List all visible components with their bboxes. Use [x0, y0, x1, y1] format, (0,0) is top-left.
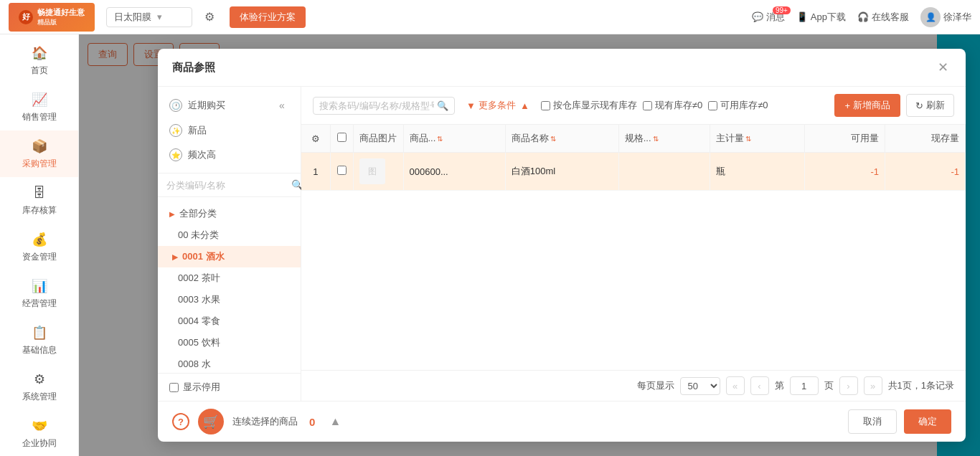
filter-icon: ▼	[466, 100, 476, 111]
nav-recent-purchase[interactable]: 🕐 近期购买 «	[158, 92, 301, 118]
pagination: 每页显示 50 100 200 « ‹ 第 页 › » 共1页，1条记	[301, 370, 966, 401]
col-spec[interactable]: 规格...⇅	[618, 125, 710, 153]
more-filter-button[interactable]: ▼ 更多条件 ▲	[461, 96, 535, 115]
sidebar-item-enterprise[interactable]: 🤝 企业协同	[0, 410, 78, 456]
category-search-input[interactable]	[166, 180, 287, 191]
dialog-footer: ? 🛒 连续选择的商品 0 ▲ 取消 确定	[158, 401, 966, 442]
next-page-button[interactable]: ›	[839, 376, 858, 395]
filter-up-icon: ▲	[520, 100, 529, 111]
user-profile[interactable]: 👤 徐泽华	[920, 7, 971, 27]
message-badge: 99+	[773, 6, 791, 14]
row-available: -1	[805, 153, 885, 191]
confirm-button[interactable]: 确定	[904, 409, 951, 434]
col-settings[interactable]: ⚙	[301, 125, 330, 153]
page-unit: 页	[824, 379, 834, 392]
refresh-icon: ↻	[915, 100, 923, 111]
sidebar-item-system[interactable]: ⚙ 系统管理	[0, 364, 78, 410]
row-checkbox[interactable]	[337, 166, 347, 175]
nav-high-frequency[interactable]: ⭐ 频次高	[158, 143, 301, 167]
sidebar-item-finance[interactable]: 💰 资金管理	[0, 224, 78, 270]
prev-page-button[interactable]: ‹	[750, 376, 769, 395]
add-icon: +	[844, 100, 850, 111]
category-search: 🔍	[158, 174, 301, 197]
available-stock-ne0-checkbox[interactable]	[708, 101, 717, 110]
chevron-down-icon: ▾	[157, 11, 162, 22]
warehouse-stock-checkbox[interactable]	[541, 101, 550, 110]
current-stock-ne0-checkbox[interactable]	[643, 101, 652, 110]
sidebar-item-inventory[interactable]: 🗄 库存核算	[0, 177, 78, 224]
navbar-right: 💬 消息 99+ 📱 App下载 🎧 在线客服 👤 徐泽华	[752, 7, 971, 27]
sidebar: 🏠 首页 📈 销售管理 📦 采购管理 🗄 库存核算 💰 资金管理 📊 经营管理 …	[0, 34, 79, 456]
inventory-icon: 🗄	[31, 184, 48, 201]
app-logo[interactable]: 好 畅捷通好生意 精品版	[9, 3, 95, 32]
col-product-image: 商品图片	[353, 125, 403, 153]
right-panel: 🔍 ▼ 更多条件 ▲ 按仓库显示现有库存	[301, 87, 966, 401]
product-search-input[interactable]	[319, 100, 434, 111]
tenant-dropdown[interactable]: 日太阳膜 ▾	[106, 7, 192, 27]
logo-text: 畅捷通好生意 精品版	[37, 7, 85, 27]
category-tea[interactable]: 0002 茶叶	[158, 267, 301, 289]
enterprise-icon: 🤝	[31, 417, 48, 434]
page-size-select[interactable]: 50 100 200	[680, 377, 720, 395]
refresh-button[interactable]: ↻ 刷新	[906, 94, 954, 117]
message-item[interactable]: 💬 消息 99+	[752, 11, 785, 24]
cart-symbol: 🛒	[203, 414, 219, 429]
sidebar-item-home[interactable]: 🏠 首页	[0, 37, 78, 84]
help-icon[interactable]: ?	[172, 413, 189, 430]
category-drinks[interactable]: 0005 饮料	[158, 332, 301, 353]
left-panel: 🕐 近期购买 « ✨ 新品 ⭐ 频次高	[158, 87, 301, 401]
row-index: 1	[301, 153, 330, 191]
category-water[interactable]: 0008 水	[158, 353, 301, 373]
category-all[interactable]: ▶ 全部分类	[158, 203, 301, 224]
logo-icon: 好	[19, 10, 33, 24]
category-uncategorized[interactable]: 00 未分类	[158, 224, 301, 246]
product-image-placeholder: 图	[359, 158, 385, 184]
toolbar-right: + 新增商品 ↻ 刷新	[834, 94, 954, 117]
operations-icon: 📊	[31, 277, 48, 295]
col-product-name[interactable]: 商品名称⇅	[505, 125, 618, 153]
experience-button[interactable]: 体验行业方案	[230, 6, 306, 28]
row-product-name: 白酒100ml	[505, 153, 618, 191]
col-stock: 现存量	[885, 125, 966, 153]
cancel-button[interactable]: 取消	[848, 409, 897, 434]
page-number-input[interactable]	[790, 376, 819, 395]
select-all-checkbox[interactable]	[337, 133, 347, 142]
dialog-title: 商品参照	[172, 61, 215, 75]
recent-purchase-icon: 🕐	[169, 99, 182, 112]
category-liquor[interactable]: ▶ 0001 酒水	[158, 246, 301, 267]
settings-icon[interactable]: ⚙	[198, 6, 221, 29]
sales-icon: 📈	[31, 91, 48, 108]
dialog-close-button[interactable]: ✕	[934, 59, 951, 76]
warehouse-stock-checkbox-wrap: 按仓库显示现有库存	[541, 99, 637, 112]
collapse-left-button[interactable]: «	[275, 98, 289, 113]
show-disabled-checkbox[interactable]	[169, 383, 179, 392]
purchase-icon: 📦	[31, 138, 48, 155]
cart-icon[interactable]: 🛒	[198, 409, 224, 434]
col-product-code[interactable]: 商品...⇅	[403, 125, 505, 153]
col-checkbox[interactable]	[330, 125, 353, 153]
product-search-icon[interactable]: 🔍	[437, 100, 448, 111]
navbar: 好 畅捷通好生意 精品版 日太阳膜 ▾ ⚙ 体验行业方案 💬 消息 99+ 📱 …	[0, 0, 980, 34]
category-fruit[interactable]: 0003 水果	[158, 289, 301, 310]
show-disabled-label[interactable]: 显示停用	[183, 381, 220, 394]
app-download-item[interactable]: 📱 App下载	[796, 11, 846, 24]
collapse-footer-button[interactable]: ▲	[326, 413, 344, 430]
row-product-image: 图	[353, 153, 403, 191]
last-page-button[interactable]: »	[864, 376, 882, 395]
left-panel-footer: 显示停用	[158, 373, 301, 401]
add-product-button[interactable]: + 新增商品	[834, 94, 900, 117]
high-freq-icon: ⭐	[169, 148, 182, 161]
nav-new-products[interactable]: ✨ 新品	[158, 118, 301, 143]
category-snacks[interactable]: 0004 零食	[158, 310, 301, 332]
table-row[interactable]: 1 图 000600... 白酒100ml	[301, 153, 966, 191]
online-service-item[interactable]: 🎧 在线客服	[857, 11, 909, 24]
product-table-wrap: ⚙ 商品图片 商品...⇅ 商品名称⇅ 规格...⇅ 主计量⇅ 可用量 现存量	[301, 125, 966, 370]
sidebar-item-purchase[interactable]: 📦 采购管理	[0, 130, 78, 177]
sidebar-item-basic-info[interactable]: 📋 基础信息	[0, 317, 78, 364]
sort-code-icon: ⇅	[437, 135, 443, 143]
sidebar-item-sales[interactable]: 📈 销售管理	[0, 84, 78, 130]
col-unit[interactable]: 主计量⇅	[710, 125, 805, 153]
sidebar-item-operations[interactable]: 📊 经营管理	[0, 270, 78, 317]
row-checkbox-cell[interactable]	[330, 153, 353, 191]
first-page-button[interactable]: «	[726, 376, 745, 395]
